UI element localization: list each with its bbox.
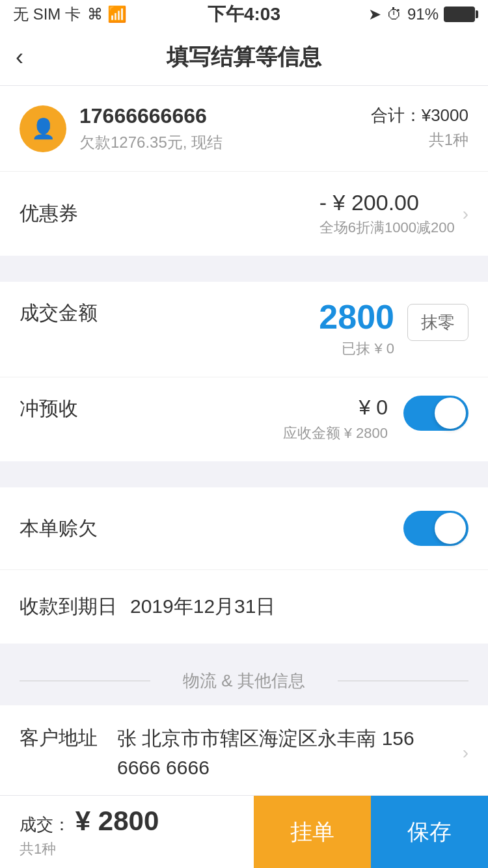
coupon-right: - ¥ 200.00 全场6折满1000减200 › — [319, 190, 468, 237]
status-right: ➤ ⏱ 91% — [368, 5, 475, 23]
status-bar: 无 SIM 卡 ⌘ 📶 下午4:03 ➤ ⏱ 91% — [0, 0, 488, 29]
customer-info-row: 👤 17666666666 欠款1276.35元, 现结 合计：¥3000 共1… — [0, 86, 488, 171]
coupon-label: 优惠券 — [20, 200, 78, 227]
advance-right: ¥ 0 应收金额 ¥ 2800 — [283, 396, 468, 443]
section-gap-2 — [0, 474, 488, 487]
advance-sub: 应收金额 ¥ 2800 — [283, 424, 388, 443]
bottom-bar: 成交： ¥ 2800 共1种 挂单 保存 — [0, 795, 488, 868]
debt-toggle-thumb — [435, 513, 466, 544]
advance-toggle[interactable] — [403, 396, 468, 431]
status-left: 无 SIM 卡 ⌘ 📶 — [13, 4, 127, 25]
customer-card: 👤 17666666666 欠款1276.35元, 现结 合计：¥3000 共1… — [0, 86, 488, 256]
logistics-divider: 物流 & 其他信息 — [0, 657, 488, 705]
debt-toggle[interactable] — [403, 511, 468, 546]
amount-right: 2800 已抹 ¥ 0 抹零 — [319, 300, 468, 359]
round-button[interactable]: 抹零 — [407, 304, 468, 341]
customer-debt: 欠款1276.35元, 现结 — [79, 132, 223, 153]
coupon-desc: 全场6折满1000减200 — [319, 218, 455, 237]
wifi-icon: ⌘ 📶 — [87, 5, 127, 23]
avatar-icon: 👤 — [31, 117, 55, 140]
address-row[interactable]: 客户地址 张 北京市市辖区海淀区永丰南 156 6666 6666 › — [0, 705, 488, 800]
coupon-row[interactable]: 优惠券 - ¥ 200.00 全场6折满1000减200 › — [0, 171, 488, 256]
due-date-row: 收款到期日 2019年12月31日 — [0, 570, 488, 644]
divider-line-left — [20, 681, 150, 681]
content: 👤 17666666666 欠款1276.35元, 现结 合计：¥3000 共1… — [0, 86, 488, 868]
avatar: 👤 — [20, 105, 66, 152]
total-count: 共1种 — [371, 129, 468, 150]
date-label: 收款到期日 — [20, 593, 117, 620]
customer-left: 👤 17666666666 欠款1276.35元, 现结 — [20, 104, 223, 153]
customer-phone: 17666666666 — [79, 104, 223, 128]
coupon-info: - ¥ 200.00 全场6折满1000减200 — [319, 190, 455, 237]
amount-label: 成交金额 — [20, 300, 98, 327]
advance-label: 冲预收 — [20, 396, 78, 422]
toggle-thumb — [435, 398, 466, 429]
status-time: 下午4:03 — [208, 2, 280, 27]
amount-card: 成交金额 2800 已抹 ¥ 0 抹零 冲预收 ¥ 0 应收金额 ¥ 2800 — [0, 282, 488, 461]
date-value: 2019年12月31日 — [130, 593, 275, 620]
address-label: 客户地址 — [20, 725, 98, 752]
carrier-label: 无 SIM 卡 — [13, 4, 81, 25]
location-icon: ➤ — [368, 5, 381, 23]
battery-icon — [444, 7, 475, 22]
bottom-total-label: 成交： — [20, 815, 70, 834]
customer-total: 合计：¥3000 共1种 — [371, 104, 468, 150]
section-gap-3 — [0, 644, 488, 657]
divider-line-right — [338, 681, 468, 681]
battery-label: 91% — [407, 5, 439, 23]
amount-block: 2800 已抹 ¥ 0 — [319, 300, 394, 359]
chevron-right-icon: › — [463, 204, 468, 224]
bottom-total-line: 成交： ¥ 2800 — [20, 806, 234, 837]
advance-amount: ¥ 0 — [283, 396, 388, 420]
debt-row: 本单赊欠 — [0, 487, 488, 570]
bottom-summary: 成交： ¥ 2800 共1种 — [0, 806, 254, 859]
total-label: 合计：¥3000 — [371, 104, 468, 127]
save-button[interactable]: 保存 — [371, 796, 488, 869]
address-value: 张 北京市市辖区海淀区永丰南 156 6666 6666 — [117, 724, 452, 782]
debt-label: 本单赊欠 — [20, 515, 98, 542]
amount-value: 2800 — [319, 300, 394, 334]
back-button[interactable]: ‹ — [16, 44, 23, 71]
address-chevron-icon: › — [463, 742, 468, 763]
advance-row: 冲预收 ¥ 0 应收金额 ¥ 2800 — [0, 377, 488, 461]
clock-icon: ⏱ — [386, 5, 402, 23]
bottom-total-amount: ¥ 2800 — [75, 806, 159, 836]
advance-amount-block: ¥ 0 应收金额 ¥ 2800 — [283, 396, 388, 443]
logistics-label: 物流 & 其他信息 — [183, 670, 305, 692]
customer-details: 17666666666 欠款1276.35元, 现结 — [79, 104, 223, 153]
amount-row: 成交金额 2800 已抹 ¥ 0 抹零 — [0, 282, 488, 377]
amount-sub: 已抹 ¥ 0 — [319, 339, 394, 359]
nav-bar: ‹ 填写结算等信息 — [0, 29, 488, 86]
coupon-discount: - ¥ 200.00 — [319, 190, 455, 215]
page-title: 填写结算等信息 — [167, 42, 321, 72]
bottom-count: 共1种 — [20, 839, 234, 859]
hang-button[interactable]: 挂单 — [254, 796, 371, 869]
section-gap-1 — [0, 269, 488, 282]
